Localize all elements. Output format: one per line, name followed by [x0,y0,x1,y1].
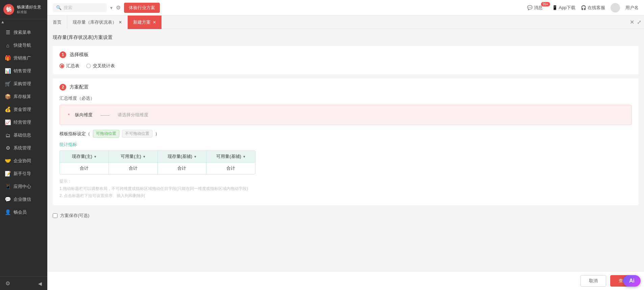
indicator-settings-label: 模板指标设定（ 可拖动位置 不可拖动位置 ） [59,130,632,138]
stats-table: 现存量(主) ▾ 合计 可用量(主) ▾ 合计 [59,150,255,174]
drag-badge: 可拖动位置 [93,130,119,138]
stat-col-2-header[interactable]: 现存量(基辅) ▾ [158,151,206,163]
app-download-label: App下载 [559,5,575,11]
indicator-label-suffix: ） [155,131,159,137]
step1-card: 1 选择模板 汇总表 交叉统计表 [53,46,639,74]
step2-number: 2 [59,84,66,91]
stat-col-2-body: 合计 [158,163,206,174]
sidebar-bottom: ⚙ ◀ [0,276,47,290]
tab-inventory-status[interactable]: 现存量（库存状况表） ✕ [67,16,128,29]
sidebar-item-system[interactable]: ⚙ 系统管理 [0,142,47,154]
box-icon: 📦 [5,94,11,100]
tips-area: 提示： 1.拖动标题栏可以调整布局，不可跨维度或指标区域拖动任目字段(只能在同一… [59,178,632,200]
username-label: 用户名 [625,5,639,11]
tab-home[interactable]: 首页 [47,16,67,29]
save-checkbox[interactable] [53,213,57,218]
cancel-button[interactable]: 取消 [580,275,606,287]
stats-table-header: 现存量(主) ▾ 合计 可用量(主) ▾ 合计 [60,151,255,174]
sidebar-item-wechat[interactable]: 💬 企业微信 [0,193,47,206]
sidebar-item-finance[interactable]: 💰 资金管理 [0,103,47,116]
tip-item-0: 1.拖动标题栏可以调整布局，不可跨维度或指标区域拖动任目字段(只能在同一维度或指… [59,185,632,193]
sidebar-item-label: 畅会员 [14,209,27,215]
drag-badge-label: 可拖动位置 [96,131,116,137]
tab-new-scheme[interactable]: 新建方案 ✕ [128,16,162,29]
search-icon: 🔍 [56,5,61,10]
sidebar-item-member[interactable]: 👤 畅会员 [0,206,47,219]
stat-col-2: 现存量(基辅) ▾ 合计 [158,151,207,174]
sidebar-item-label: 新手引导 [14,171,31,177]
step1-header: 1 选择模板 [59,51,632,58]
indicator-label-prefix: 模板指标设定（ [59,131,90,137]
sidebar-item-search-menu[interactable]: ☰ 搜索菜单 [0,26,47,39]
cart-icon: 🛒 [5,81,11,87]
tab-new-scheme-label: 新建方案 [133,19,151,25]
stat-col-3: 可用量(基辅) ▾ 合计 [206,151,255,174]
stat-col-1-sub: 合计 [129,165,138,171]
sidebar-item-purchase[interactable]: 🛒 采购管理 [0,77,47,90]
money-icon: 💰 [5,106,11,113]
ai-button[interactable]: Ai [623,275,641,287]
sidebar-item-enterprise[interactable]: 🤝 企业协同 [0,154,47,167]
sidebar-item-label: 企业微信 [14,196,31,202]
stat-col-0-header[interactable]: 现存量(主) ▾ [60,151,108,163]
ai-button-label: Ai [629,278,635,284]
radio-cross[interactable]: 交叉统计表 [86,63,115,69]
chevron-down-icon-1: ▾ [143,154,145,159]
sidebar-item-label: 销售管理 [14,68,31,74]
sidebar-item-quick-nav[interactable]: ⌂ 快捷导航 [0,39,47,52]
user-avatar[interactable] [611,3,620,13]
folder-icon: 🗂 [5,132,11,138]
user-icon: 👤 [5,209,11,215]
message-btn[interactable]: 💬 消息 99+ [527,5,547,11]
sidebar-item-sales[interactable]: 📊 销售管理 [0,65,47,77]
template-radio-group: 汇总表 交叉统计表 [59,63,632,69]
customer-service-btn[interactable]: 🎧 在线客服 [581,5,605,11]
sidebar-item-label: 企业协同 [14,158,31,164]
chevron-down-icon-0: ▾ [94,154,96,159]
search-box[interactable]: 🔍 搜索 [53,3,107,12]
sidebar-item-base-info[interactable]: 🗂 基础信息 [0,129,47,142]
step2-label: 方案配置 [70,84,89,90]
sidebar-item-app-center[interactable]: 📱 应用中心 [0,180,47,193]
sidebar-item-label: 基础信息 [14,132,31,138]
sidebar-scroll-up[interactable]: ▲ [0,19,5,25]
sidebar-item-label: 库存核算 [14,94,31,100]
trial-btn[interactable]: 体验行业方案 [124,3,160,13]
tab-home-label: 首页 [53,19,61,25]
tab-inventory-close[interactable]: ✕ [119,20,122,25]
step1-number: 1 [59,51,66,58]
stat-col-3-header[interactable]: 可用量(基辅) ▾ [206,151,255,163]
stat-col-1-label: 可用量(主) [121,153,141,160]
customer-service-label: 在线客服 [588,5,605,11]
chevron-down-icon-3: ▾ [243,154,245,159]
settings-icon[interactable]: ⚙ [5,280,11,287]
sidebar-item-inventory[interactable]: 📦 库存核算 [0,90,47,103]
gear-icon: ⚙ [5,145,11,151]
sidebar-item-new-guide[interactable]: 📝 新手引导 [0,167,47,180]
app-download-btn[interactable]: 📱 App下载 [552,5,575,11]
topbar-gear-icon[interactable]: ⚙ [116,4,121,11]
sidebar-item-label: 采购管理 [14,81,31,87]
stat-col-0-label: 现存量(主) [72,153,93,160]
radio-cross-circle [86,64,91,68]
search-placeholder: 搜索 [64,5,72,11]
sidebar-item-label: 经营管理 [14,119,31,125]
tab-new-scheme-close[interactable]: ✕ [153,20,156,25]
headset-icon: 🎧 [581,5,586,10]
gift-icon: 🎁 [5,55,11,61]
radio-summary-label: 汇总表 [66,63,79,69]
dimension-area[interactable]: * 纵向维度 —— 请选择分组维度 [59,105,632,125]
radio-summary[interactable]: 汇总表 [59,63,79,69]
sidebar-scroll-down[interactable]: ◀ [37,281,43,286]
main-area: 🔍 搜索 ▾ ⚙ 体验行业方案 💬 消息 99+ 📱 App下载 🎧 在线客服 … [47,0,644,290]
save-scheme: 方案保存(可选) [53,209,639,222]
stat-col-1-header[interactable]: 可用量(主) ▾ [109,151,157,163]
sidebar-item-label: 资金管理 [14,106,31,113]
sidebar-item-marketing[interactable]: 🎁 营销推广 [0,52,47,65]
tip-item-1: 2. 点击标题栏下拉可设置排序、插入列和删除列 [59,192,632,200]
sidebar-item-management[interactable]: 📈 经营管理 [0,116,47,129]
close-tab-icon[interactable]: ✕ [630,19,634,25]
expand-tab-icon[interactable]: ⤢ [637,19,641,25]
topbar-dropdown-icon[interactable]: ▾ [110,5,113,10]
stat-col-0: 现存量(主) ▾ 合计 [60,151,109,174]
